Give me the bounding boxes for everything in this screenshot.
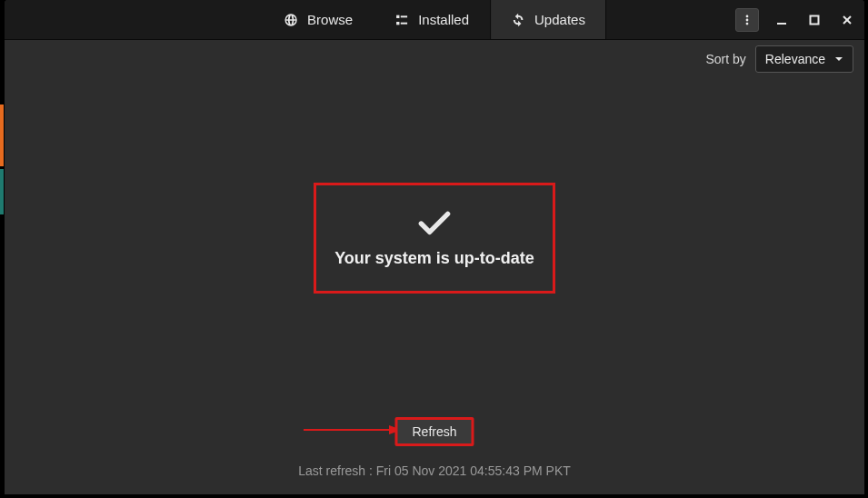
sort-bar: Sort by Relevance [5, 40, 864, 78]
header-bar: Browse Installed Updates [5, 0, 864, 40]
svg-rect-8 [811, 15, 819, 24]
svg-point-5 [746, 18, 749, 21]
sort-label: Sort by [705, 52, 745, 66]
svg-rect-0 [396, 15, 399, 17]
chevron-down-icon [834, 55, 843, 64]
tab-updates[interactable]: Updates [490, 0, 606, 39]
globe-icon [284, 13, 298, 27]
svg-point-6 [746, 22, 749, 25]
svg-rect-2 [396, 22, 399, 25]
tab-installed[interactable]: Installed [374, 0, 490, 39]
refresh-icon [511, 13, 525, 27]
window-controls [735, 0, 857, 39]
software-manager-window: Browse Installed Updates [5, 0, 864, 494]
sort-selected: Relevance [765, 52, 825, 66]
refresh-button[interactable]: Refresh [394, 417, 474, 446]
tab-label: Installed [418, 12, 469, 27]
view-tabs: Browse Installed Updates [263, 0, 606, 39]
background-dock-hint [0, 169, 4, 214]
check-icon [416, 209, 453, 236]
updates-pane: Your system is up-to-date Refresh Last r… [5, 78, 864, 494]
close-button[interactable] [837, 10, 857, 30]
arrow-annotation [302, 423, 402, 437]
tab-label: Browse [307, 12, 353, 27]
svg-rect-3 [401, 22, 407, 24]
last-refresh-text: Last refresh : Fri 05 Nov 2021 04:55:43 … [298, 463, 571, 478]
svg-point-4 [746, 15, 749, 17]
tab-label: Updates [534, 12, 585, 27]
list-icon [394, 13, 409, 27]
status-text: Your system is up-to-date [334, 249, 534, 268]
svg-rect-1 [401, 15, 407, 17]
status-box-annotation: Your system is up-to-date [314, 183, 555, 294]
maximize-button[interactable] [804, 10, 824, 30]
background-dock-hint [0, 105, 4, 166]
minimize-button[interactable] [772, 10, 792, 30]
hamburger-menu-button[interactable] [735, 8, 759, 32]
tab-browse[interactable]: Browse [263, 0, 374, 39]
sort-dropdown[interactable]: Relevance [755, 45, 853, 73]
